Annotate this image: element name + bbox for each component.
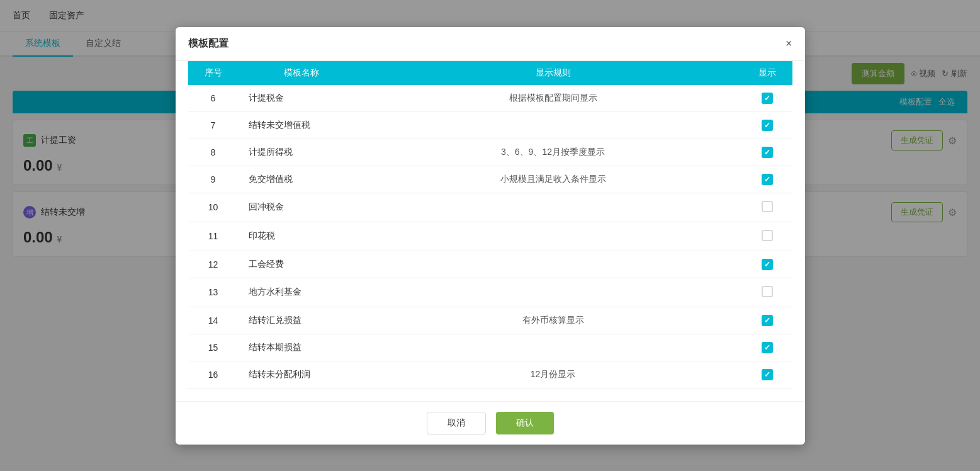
cell-checkbox — [742, 193, 792, 222]
cell-rule: 小规模且满足收入条件显示 — [364, 166, 742, 193]
cell-checkbox — [742, 361, 792, 388]
cell-seq: 9 — [188, 166, 239, 193]
cell-rule — [364, 278, 742, 307]
cell-name: 计提所得税 — [239, 139, 364, 166]
cell-name: 印花税 — [239, 222, 364, 251]
cell-name: 结转汇兑损益 — [239, 307, 364, 334]
modal-body: 序号 模板名称 显示规则 显示 6计提税金根据模板配置期间显示7结转未交增值税8… — [176, 61, 805, 401]
cell-seq: 10 — [188, 193, 239, 222]
cell-seq: 12 — [188, 251, 239, 278]
table-row: 8计提所得税3、6、9、12月按季度显示 — [188, 139, 792, 166]
modal-title: 模板配置 — [188, 37, 228, 50]
cell-checkbox — [742, 251, 792, 278]
col-header-rule: 显示规则 — [364, 61, 742, 85]
cell-name: 结转未交增值税 — [239, 111, 364, 139]
cell-seq: 14 — [188, 307, 239, 334]
cell-name: 地方水利基金 — [239, 278, 364, 307]
cell-seq: 7 — [188, 111, 239, 139]
checkbox-display[interactable] — [762, 259, 773, 270]
table-row: 9免交增值税小规模且满足收入条件显示 — [188, 166, 792, 193]
modal-overlay: 模板配置 × 序号 模板名称 显示规则 显示 6计提税金根据模板配置期间显 — [0, 0, 980, 471]
cell-checkbox — [742, 139, 792, 166]
table-row: 13地方水利基金 — [188, 278, 792, 307]
checkbox-display[interactable] — [762, 174, 773, 185]
cell-rule — [364, 222, 742, 251]
cell-name: 回冲税金 — [239, 193, 364, 222]
table-row: 6计提税金根据模板配置期间显示 — [188, 85, 792, 112]
config-table: 序号 模板名称 显示规则 显示 6计提税金根据模板配置期间显示7结转未交增值税8… — [188, 61, 792, 389]
cell-seq: 8 — [188, 139, 239, 166]
cell-rule: 根据模板配置期间显示 — [364, 85, 742, 112]
cell-seq: 16 — [188, 361, 239, 388]
cell-name: 计提税金 — [239, 85, 364, 112]
cancel-button[interactable]: 取消 — [427, 412, 486, 434]
cell-checkbox — [742, 278, 792, 307]
col-header-seq: 序号 — [188, 61, 239, 85]
cell-rule — [364, 251, 742, 278]
cell-seq: 15 — [188, 334, 239, 361]
checkbox-display[interactable] — [762, 315, 773, 326]
modal-close-button[interactable]: × — [786, 38, 792, 49]
template-config-modal: 模板配置 × 序号 模板名称 显示规则 显示 6计提税金根据模板配置期间显 — [176, 27, 805, 445]
cell-rule: 3、6、9、12月按季度显示 — [364, 139, 742, 166]
cell-rule — [364, 334, 742, 361]
table-row: 12工会经费 — [188, 251, 792, 278]
table-body: 6计提税金根据模板配置期间显示7结转未交增值税8计提所得税3、6、9、12月按季… — [188, 85, 792, 389]
checkbox-display[interactable] — [762, 120, 773, 131]
cell-name: 免交增值税 — [239, 166, 364, 193]
table-header: 序号 模板名称 显示规则 显示 — [188, 61, 792, 85]
cell-name: 结转本期损益 — [239, 334, 364, 361]
cell-checkbox — [742, 166, 792, 193]
cell-rule: 有外币核算显示 — [364, 307, 742, 334]
table-row: 15结转本期损益 — [188, 334, 792, 361]
cell-checkbox — [742, 111, 792, 139]
modal-header: 模板配置 × — [176, 27, 805, 61]
cell-checkbox — [742, 85, 792, 112]
cell-checkbox — [742, 307, 792, 334]
cell-checkbox — [742, 334, 792, 361]
checkbox-display[interactable] — [762, 147, 773, 158]
checkbox-display[interactable] — [762, 286, 773, 297]
cell-rule — [364, 111, 742, 139]
col-header-name: 模板名称 — [239, 61, 364, 85]
cell-seq: 13 — [188, 278, 239, 307]
checkbox-display[interactable] — [762, 230, 773, 241]
cell-name: 结转未分配利润 — [239, 361, 364, 388]
table-row: 14结转汇兑损益有外币核算显示 — [188, 307, 792, 334]
cell-checkbox — [742, 222, 792, 251]
checkbox-display[interactable] — [762, 201, 773, 212]
checkbox-display[interactable] — [762, 342, 773, 353]
table-row: 7结转未交增值税 — [188, 111, 792, 139]
modal-footer: 取消 确认 — [176, 401, 805, 445]
checkbox-display[interactable] — [762, 369, 773, 380]
cell-name: 工会经费 — [239, 251, 364, 278]
table-row: 10回冲税金 — [188, 193, 792, 222]
table-row: 11印花税 — [188, 222, 792, 251]
checkbox-display[interactable] — [762, 93, 773, 104]
cell-seq: 6 — [188, 85, 239, 112]
confirm-button[interactable]: 确认 — [496, 412, 554, 434]
table-scroll-container: 序号 模板名称 显示规则 显示 6计提税金根据模板配置期间显示7结转未交增值税8… — [188, 61, 792, 389]
cell-seq: 11 — [188, 222, 239, 251]
col-header-display: 显示 — [742, 61, 792, 85]
cell-rule — [364, 193, 742, 222]
cell-rule: 12月份显示 — [364, 361, 742, 388]
table-row: 16结转未分配利润12月份显示 — [188, 361, 792, 388]
